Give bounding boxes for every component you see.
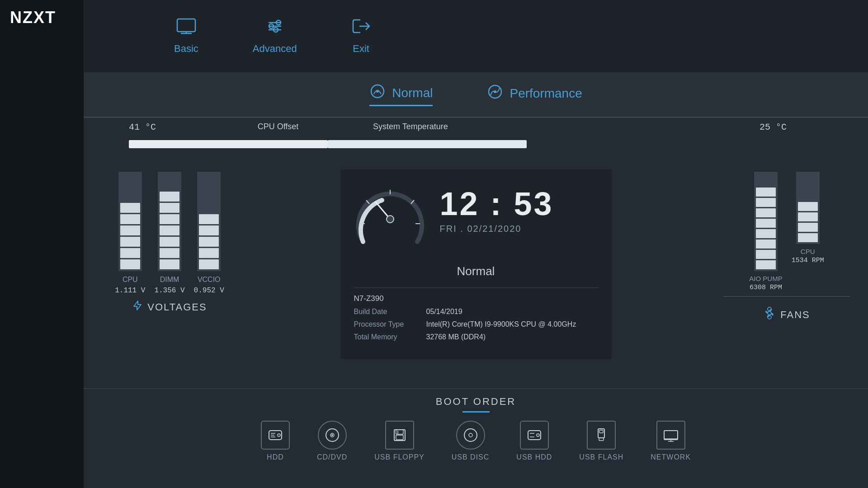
volt-cpu-value: 1.111 V	[115, 286, 145, 295]
fan-aio-seg3	[756, 208, 776, 217]
build-date-val: 05/14/2019	[426, 308, 462, 316]
usb-floppy-icon	[385, 421, 414, 450]
tab-performance[interactable]: Performance	[487, 84, 582, 105]
build-date-key: Build Date	[354, 308, 417, 316]
volt-cpu-bar	[118, 172, 142, 271]
basic-icon	[176, 18, 196, 39]
info-divider: N7-Z390 Build Date 05/14/2019 Processor …	[354, 287, 598, 341]
advanced-icon	[265, 18, 285, 39]
top-divider	[84, 117, 868, 118]
volt-vccio-seg4	[199, 248, 219, 258]
volt-bars-container: CPU 1.111 V DIMM 1.356 V	[102, 172, 237, 295]
volt-cpu-seg1	[120, 203, 140, 213]
usb-hdd-label: USB HDD	[516, 453, 552, 461]
boot-items-list: HDD CD/DVD	[84, 421, 868, 461]
fan-aio-seg5	[756, 229, 776, 238]
fan-aio-seg1	[756, 188, 776, 197]
voltages-icon	[132, 300, 143, 314]
volt-cpu-seg5	[120, 248, 140, 258]
volt-vccio-seg5	[199, 259, 219, 269]
memory-val: 32768 MB (DDR4)	[426, 333, 486, 341]
usb-disc-label: USB DISC	[452, 453, 490, 461]
volt-dimm-seg1	[160, 192, 179, 202]
volt-vccio-seg2	[199, 225, 219, 235]
fan-cpu-group: CPU 1534 RPM	[792, 172, 824, 291]
memory-row: Total Memory 32768 MB (DDR4)	[354, 333, 598, 341]
sys-temp-bar	[328, 140, 527, 148]
processor-val: Intel(R) Core(TM) I9-9900KS CPU @ 4.00GH…	[426, 320, 576, 328]
nav-item-basic[interactable]: Basic	[174, 18, 198, 55]
volt-dimm-seg3	[160, 214, 179, 224]
volt-vccio-bar	[197, 172, 221, 271]
usb-flash-icon	[587, 421, 616, 450]
cpu-temp-value: 41 °C	[129, 122, 156, 132]
nav-item-advanced[interactable]: Advanced	[253, 18, 297, 55]
svg-rect-36	[396, 430, 403, 434]
svg-point-42	[537, 434, 539, 436]
fans-icon	[763, 307, 776, 323]
clock-area: 12 : 53 FRI . 02/21/2020	[440, 183, 598, 234]
svg-point-21	[387, 216, 394, 223]
usb-floppy-label: USB FLOPPY	[374, 453, 424, 461]
voltages-section: CPU 1.111 V DIMM 1.356 V	[102, 172, 237, 314]
svg-point-34	[331, 434, 333, 436]
svg-point-11	[376, 90, 379, 93]
svg-rect-46	[599, 430, 603, 433]
boot-section: BOOT ORDER HDD	[84, 389, 868, 488]
fan-cpu-seg1	[798, 202, 818, 211]
volt-dimm-label: DIMM	[160, 276, 179, 284]
volt-cpu-label: CPU	[123, 276, 138, 284]
fan-aio-seg7	[756, 250, 776, 259]
fan-cpu-bar	[796, 172, 820, 244]
fan-aio-group: AIO PUMP 6308 RPM	[749, 172, 782, 291]
boot-item-hdd[interactable]: HDD	[261, 421, 290, 461]
profile-tabs: Normal Performance	[84, 72, 868, 117]
advanced-label: Advanced	[253, 43, 297, 55]
volt-vccio-value: 0.952 V	[194, 286, 224, 295]
center-info-card: 12 : 53 FRI . 02/21/2020 Normal N7-Z390 …	[340, 169, 612, 359]
volt-dimm-seg7	[160, 259, 179, 269]
volt-dimm-bar	[158, 172, 181, 271]
fan-aio-bar	[754, 172, 778, 271]
boot-item-usb-floppy[interactable]: USB FLOPPY	[374, 421, 424, 461]
nav-item-exit[interactable]: Exit	[351, 18, 371, 55]
exit-icon	[351, 18, 371, 39]
boot-item-cddvd[interactable]: CD/DVD	[317, 421, 347, 461]
gauge-container: 12 : 53 FRI . 02/21/2020	[354, 183, 598, 255]
memory-key: Total Memory	[354, 333, 417, 341]
svg-point-22	[768, 311, 771, 315]
fan-aio-seg4	[756, 219, 776, 228]
normal-tab-label: Normal	[392, 86, 433, 100]
clock-date: FRI . 02/21/2020	[440, 224, 598, 234]
volt-dimm-seg4	[160, 225, 179, 235]
processor-row: Processor Type Intel(R) Core(TM) I9-9900…	[354, 320, 598, 328]
fan-cpu-value: 1534 RPM	[792, 257, 824, 264]
performance-tab-label: Performance	[509, 86, 582, 101]
processor-key: Processor Type	[354, 320, 417, 328]
boot-item-network[interactable]: NETWORK	[651, 421, 691, 461]
voltages-label: VOLTAGES	[147, 301, 207, 313]
top-navigation: Basic Advanced	[84, 0, 868, 72]
build-date-row: Build Date 05/14/2019	[354, 308, 598, 316]
svg-point-28	[278, 434, 280, 436]
performance-tab-icon	[487, 84, 503, 103]
usb-disc-icon	[456, 421, 485, 450]
network-icon	[656, 421, 685, 450]
cddvd-label: CD/DVD	[317, 453, 347, 461]
boot-item-usb-hdd[interactable]: USB HDD	[516, 421, 552, 461]
cpu-temp-bar	[129, 140, 328, 148]
boot-item-usb-flash[interactable]: USB FLASH	[579, 421, 623, 461]
svg-marker-14	[134, 301, 141, 310]
fan-aio-seg2	[756, 198, 776, 207]
fans-divider	[723, 296, 850, 301]
tab-normal[interactable]: Normal	[369, 83, 433, 106]
fans-title-row: FANS	[723, 307, 850, 323]
svg-point-39	[464, 429, 477, 441]
svg-rect-37	[396, 435, 403, 440]
main-area: Basic Advanced	[84, 0, 868, 488]
sys-temp-label: System Temperature	[373, 122, 448, 131]
fan-aio-seg8	[756, 260, 776, 269]
boot-item-usb-disc[interactable]: USB DISC	[452, 421, 490, 461]
volt-cpu-seg6	[120, 259, 140, 269]
model-display: N7-Z390	[354, 294, 598, 303]
